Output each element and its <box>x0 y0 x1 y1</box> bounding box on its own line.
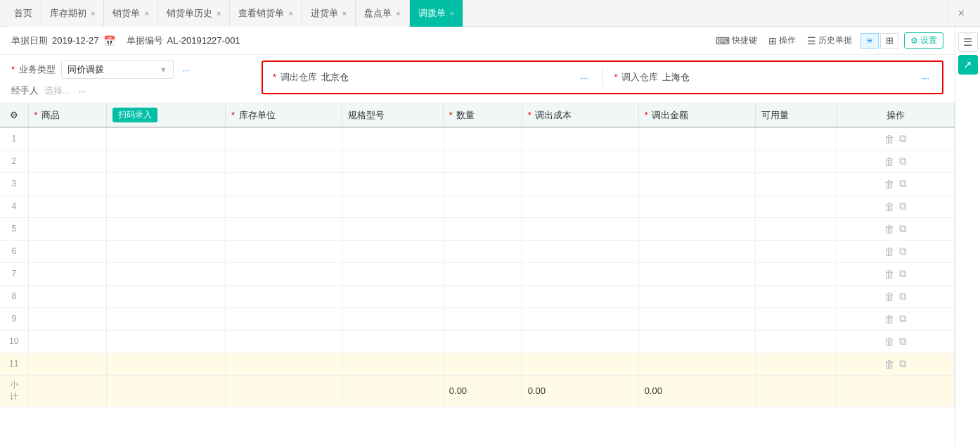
business-type-select[interactable]: 同价调拨 ▼ <box>61 60 174 79</box>
view-btn-list[interactable]: ≡ <box>860 33 879 49</box>
business-type-row: * 业务类型 同价调拨 ▼ ··· <box>11 60 250 79</box>
copy-icon[interactable]: ⧉ <box>899 290 907 302</box>
operations-btn[interactable]: ⊞ 操作 <box>766 33 799 48</box>
tab-sales[interactable]: 销货单 × <box>104 0 157 27</box>
close-tab-sales[interactable]: × <box>144 9 148 18</box>
subtotal-row: 11 🗑⧉ <box>0 352 955 375</box>
transfer-table: ⚙ * 商品 扫码录入 * 库存单位 规格型号 <box>0 103 955 407</box>
delete-icon[interactable]: 🗑 <box>884 178 895 190</box>
delete-icon[interactable]: 🗑 <box>884 358 895 370</box>
person-more-btn[interactable]: ··· <box>76 86 89 96</box>
table-row: 2🗑⧉ <box>0 150 955 172</box>
col-ops: 操作 <box>837 103 955 127</box>
table-row: 1🗑⧉ <box>0 127 955 150</box>
operations-icon: ⊞ <box>768 35 777 46</box>
copy-icon[interactable]: ⧉ <box>899 357 907 370</box>
col-cost: * 调出成本 <box>522 103 638 127</box>
table-row: 8🗑⧉ <box>0 285 955 307</box>
subtotal-values-row: 小计 0.00 0.00 0.00 <box>0 375 955 407</box>
close-tab-sales-history[interactable]: × <box>217 9 221 18</box>
warehouse-section: * 调出仓库 北京仓 ··· * 调入仓库 上海仓 ··· <box>262 60 943 94</box>
tab-view-sales[interactable]: 查看销货单 × <box>230 0 302 27</box>
table-row: 3🗑⧉ <box>0 172 955 195</box>
table-container: ⚙ * 商品 扫码录入 * 库存单位 规格型号 <box>0 103 955 446</box>
delete-icon[interactable]: 🗑 <box>884 268 895 280</box>
delete-icon[interactable]: 🗑 <box>884 336 895 348</box>
table-row: 9🗑⧉ <box>0 307 955 330</box>
view-btn-grid[interactable]: ⊞ <box>880 33 898 49</box>
copy-icon[interactable]: ⧉ <box>899 267 907 280</box>
table-row: 10🗑⧉ <box>0 330 955 352</box>
delete-icon[interactable]: 🗑 <box>884 200 895 212</box>
tab-purchase[interactable]: 进货单 × <box>302 0 356 27</box>
form-header: 单据日期 2019-12-27 📅 单据编号 AL-20191227-001 ⌨… <box>0 27 955 55</box>
dropdown-arrow-icon: ▼ <box>160 65 167 74</box>
copy-icon[interactable]: ⧉ <box>899 155 907 167</box>
person-row: 经手人 选择... ··· <box>11 84 250 97</box>
panel-list-btn[interactable]: ☰ <box>958 32 978 52</box>
table-row: 4🗑⧉ <box>0 195 955 217</box>
shortcuts-icon: ⌨ <box>716 35 730 46</box>
window-close-button[interactable]: × <box>948 0 974 27</box>
col-spec: 规格型号 <box>342 103 444 127</box>
close-tab-transfer[interactable]: × <box>450 9 454 18</box>
tab-sales-history[interactable]: 销货单历史 × <box>158 0 230 27</box>
col-qty: * 数量 <box>443 103 522 127</box>
transfer-in-field: * 调入仓库 上海仓 ··· <box>614 71 933 84</box>
tab-stocktake[interactable]: 盘点单 × <box>356 0 409 27</box>
col-unit: * 库存单位 <box>226 103 342 127</box>
copy-icon[interactable]: ⧉ <box>899 335 907 348</box>
copy-icon[interactable]: ⧉ <box>899 200 907 212</box>
tab-inventory-init[interactable]: 库存期初 × <box>41 0 104 27</box>
scan-entry-button[interactable]: 扫码录入 <box>112 108 157 122</box>
form-section: * 业务类型 同价调拨 ▼ ··· 经手人 选择... ··· * 调出仓库 <box>0 55 955 103</box>
warehouse-divider <box>602 69 603 86</box>
history-btn[interactable]: ☰ 历史单据 <box>804 33 855 48</box>
copy-icon[interactable]: ⧉ <box>899 132 907 145</box>
col-available: 可用量 <box>755 103 837 127</box>
panel-expand-btn[interactable]: ↗ <box>958 55 978 75</box>
transfer-out-field: * 调出仓库 北京仓 ··· <box>273 71 591 84</box>
table-row: 7🗑⧉ <box>0 262 955 285</box>
close-tab-stocktake[interactable]: × <box>396 9 400 18</box>
close-tab-purchase[interactable]: × <box>342 9 347 18</box>
tab-home[interactable]: 首页 <box>6 0 41 27</box>
delete-icon[interactable]: 🗑 <box>884 133 895 145</box>
tab-transfer[interactable]: 调拨单 × <box>410 0 463 27</box>
col-product: * 商品 <box>28 103 107 127</box>
delete-icon[interactable]: 🗑 <box>884 155 895 167</box>
date-field: 单据日期 2019-12-27 📅 <box>11 34 115 47</box>
table-row: 6🗑⧉ <box>0 240 955 262</box>
right-panel: ☰ ↗ <box>955 27 980 446</box>
close-tab-view-sales[interactable]: × <box>288 9 292 18</box>
settings-button[interactable]: ⚙ 设置 <box>904 32 943 49</box>
close-tab-inventory-init[interactable]: × <box>91 9 95 18</box>
tab-bar: 首页 库存期初 × 销货单 × 销货单历史 × 查看销货单 × 进货单 × 盘点… <box>0 0 980 27</box>
delete-icon[interactable]: 🗑 <box>884 223 895 235</box>
history-icon: ☰ <box>807 35 816 46</box>
table-row: 5🗑⧉ <box>0 217 955 240</box>
delete-icon[interactable]: 🗑 <box>884 291 895 302</box>
gear-icon: ⚙ <box>10 110 18 120</box>
view-switch: ≡ ⊞ <box>860 33 898 49</box>
col-gear[interactable]: ⚙ <box>0 103 28 127</box>
calendar-icon[interactable]: 📅 <box>103 35 115 46</box>
copy-icon[interactable]: ⧉ <box>899 177 907 190</box>
doc-no-field: 单据编号 AL-20191227-001 <box>127 34 240 47</box>
business-type-more-btn[interactable]: ··· <box>179 65 193 75</box>
delete-icon[interactable]: 🗑 <box>884 313 895 325</box>
copy-icon[interactable]: ⧉ <box>899 245 907 257</box>
copy-icon[interactable]: ⧉ <box>899 312 907 325</box>
transfer-out-more-btn[interactable]: ··· <box>578 72 591 83</box>
shortcuts-btn[interactable]: ⌨ 快捷键 <box>713 33 760 48</box>
col-amount: * 调出金额 <box>638 103 755 127</box>
col-scan[interactable]: 扫码录入 <box>107 103 226 127</box>
settings-gear-icon: ⚙ <box>910 36 918 46</box>
transfer-in-more-btn[interactable]: ··· <box>919 72 932 83</box>
delete-icon[interactable]: 🗑 <box>884 246 895 257</box>
copy-icon[interactable]: ⧉ <box>899 222 907 235</box>
